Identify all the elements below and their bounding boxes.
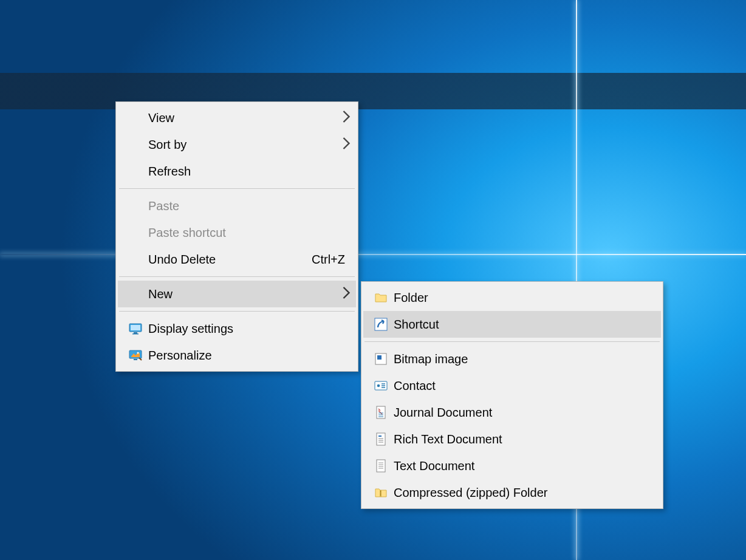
menu-label: Paste xyxy=(148,199,350,213)
menu-label: New xyxy=(148,287,339,301)
chevron-right-icon xyxy=(339,136,350,154)
submenu-item-rtf[interactable]: Rich Text Document xyxy=(363,426,661,452)
menu-item-sort-by[interactable]: Sort by xyxy=(118,131,356,158)
journal-icon xyxy=(369,405,392,420)
submenu-item-text[interactable]: Text Document xyxy=(363,452,661,479)
svg-rect-3 xyxy=(132,333,139,335)
contact-icon xyxy=(369,378,392,393)
menu-label: Text Document xyxy=(394,459,655,473)
svg-rect-6 xyxy=(134,359,137,360)
svg-rect-2 xyxy=(134,332,137,333)
submenu-item-shortcut[interactable]: Shortcut xyxy=(363,311,661,338)
menu-item-new[interactable]: New xyxy=(118,281,356,307)
menu-label: Display settings xyxy=(148,322,350,336)
svg-rect-19 xyxy=(377,433,385,445)
menu-label: Compressed (zipped) Folder xyxy=(394,486,655,500)
menu-item-view[interactable]: View xyxy=(118,104,356,131)
submenu-item-bitmap[interactable]: Bitmap image xyxy=(363,346,661,372)
menu-label: Refresh xyxy=(148,165,350,179)
menu-separator xyxy=(119,311,355,312)
desktop-context-menu: View Sort by Refresh Paste Paste shortcu… xyxy=(115,101,358,372)
new-submenu: Folder Shortcut Bitmap image Contact Jou… xyxy=(361,281,663,509)
menu-label: Personalize xyxy=(148,349,350,363)
svg-rect-1 xyxy=(131,325,140,330)
menu-item-display-settings[interactable]: Display settings xyxy=(118,315,356,342)
rtf-icon xyxy=(369,432,392,446)
submenu-item-folder[interactable]: Folder xyxy=(363,284,661,311)
menu-separator xyxy=(119,188,355,189)
menu-label: Paste shortcut xyxy=(148,226,350,240)
monitor-icon xyxy=(124,321,147,336)
chevron-right-icon xyxy=(339,285,350,303)
menu-separator xyxy=(119,276,355,277)
menu-label: Sort by xyxy=(148,138,339,152)
svg-rect-7 xyxy=(375,318,387,330)
menu-item-paste: Paste xyxy=(118,193,356,219)
menu-label: Shortcut xyxy=(394,318,655,332)
menu-item-paste-shortcut: Paste shortcut xyxy=(118,219,356,246)
menu-label: Undo Delete xyxy=(148,253,312,267)
personalize-icon xyxy=(124,348,147,363)
menu-label: Contact xyxy=(394,379,655,393)
menu-item-personalize[interactable]: Personalize xyxy=(118,342,356,369)
folder-icon xyxy=(369,290,392,305)
svg-rect-24 xyxy=(377,460,385,472)
menu-label: Rich Text Document xyxy=(394,432,655,446)
shortcut-icon xyxy=(369,317,392,332)
submenu-item-journal[interactable]: Journal Document xyxy=(363,399,661,426)
menu-label: Folder xyxy=(394,291,655,305)
submenu-item-contact[interactable]: Contact xyxy=(363,372,661,399)
bitmap-icon xyxy=(369,352,392,366)
menu-label: Bitmap image xyxy=(394,352,655,366)
submenu-item-zip[interactable]: Compressed (zipped) Folder xyxy=(363,479,661,506)
svg-point-11 xyxy=(377,384,380,388)
menu-separator xyxy=(364,341,660,342)
text-icon xyxy=(369,459,392,473)
menu-shortcut: Ctrl+Z xyxy=(312,253,350,267)
svg-point-5 xyxy=(137,352,139,354)
menu-label: View xyxy=(148,111,339,125)
zip-folder-icon xyxy=(369,485,392,500)
chevron-right-icon xyxy=(339,109,350,127)
menu-item-refresh[interactable]: Refresh xyxy=(118,158,356,185)
svg-rect-9 xyxy=(377,355,382,360)
menu-item-undo-delete[interactable]: Undo Delete Ctrl+Z xyxy=(118,246,356,273)
menu-label: Journal Document xyxy=(394,406,655,420)
